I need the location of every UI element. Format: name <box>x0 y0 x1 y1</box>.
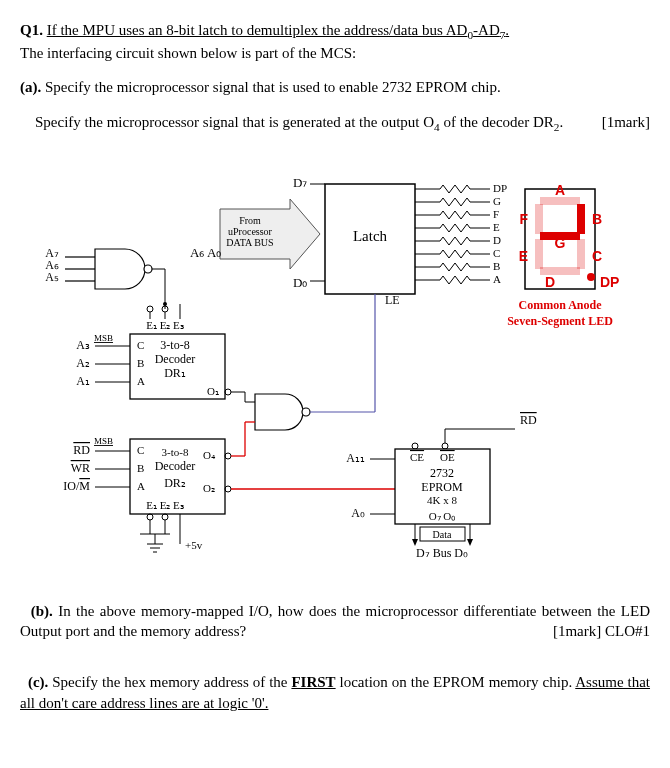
circuit-diagram: From uProcessor DATA BUS Latch LE D₇ D₀ … <box>35 149 635 583</box>
svg-text:DR₁: DR₁ <box>164 366 186 380</box>
svg-text:G: G <box>555 235 566 251</box>
svg-text:4K x 8: 4K x 8 <box>427 494 457 506</box>
svg-text:O₄: O₄ <box>203 449 216 461</box>
svg-text:3-to-8: 3-to-8 <box>160 338 189 352</box>
svg-text:F: F <box>519 211 528 227</box>
svg-text:WR: WR <box>71 461 90 475</box>
svg-text:2732: 2732 <box>430 466 454 480</box>
svg-text:MSB: MSB <box>94 333 113 343</box>
svg-text:A₅: A₅ <box>45 270 59 284</box>
svg-text:B: B <box>137 462 144 474</box>
q1-line1: If the MPU uses an 8-bit latch to demult… <box>47 22 509 38</box>
svg-text:A: A <box>555 182 565 198</box>
svg-text:OE: OE <box>440 451 455 463</box>
svg-text:C: C <box>493 247 500 259</box>
part-a-2: Specify the microprocessor signal that i… <box>20 112 650 135</box>
svg-text:O₂: O₂ <box>203 482 215 494</box>
svg-text:O₇   O₀: O₇ O₀ <box>429 510 457 522</box>
svg-text:IO/M: IO/M <box>63 479 90 493</box>
svg-text:A₁₁: A₁₁ <box>346 451 365 465</box>
d0-label: D₀ <box>293 275 307 290</box>
d7-label: D₇ <box>293 175 307 190</box>
nand-gate-1 <box>65 249 152 289</box>
part-b-marks: [1mark] CLO#1 <box>553 621 650 641</box>
svg-point-40 <box>587 273 595 281</box>
svg-text:E₁ E₂ E₃: E₁ E₂ E₃ <box>146 319 184 331</box>
svg-text:A₂: A₂ <box>76 356 90 370</box>
svg-point-107 <box>147 514 153 520</box>
svg-point-82 <box>302 408 310 416</box>
svg-point-74 <box>225 389 231 395</box>
svg-text:A: A <box>493 273 501 285</box>
latch-block: Latch LE <box>325 184 415 307</box>
svg-text:EPROM: EPROM <box>421 480 463 494</box>
svg-text:uProcessor: uProcessor <box>228 226 273 237</box>
svg-point-127 <box>442 443 448 449</box>
svg-text:F: F <box>493 208 499 220</box>
svg-text:A: A <box>137 480 145 492</box>
seg-pin-labels: DP G F E D C B A <box>493 182 507 285</box>
svg-point-59 <box>163 302 167 306</box>
svg-text:B: B <box>493 260 500 272</box>
part-a-label: (a). <box>20 79 41 95</box>
svg-text:E₁ E₂ E₃: E₁ E₂ E₃ <box>146 499 184 511</box>
svg-text:C: C <box>137 444 144 456</box>
first-word: FIRST <box>291 674 335 690</box>
resistor-bank <box>415 185 490 284</box>
seven-seg-display: A F B G E C D DP <box>519 182 620 290</box>
seven-seg-label: Seven-Segment LED <box>507 314 613 328</box>
svg-text:Decoder: Decoder <box>155 352 196 366</box>
svg-text:E: E <box>493 221 500 233</box>
common-anode-label: Common Anode <box>518 298 602 312</box>
svg-text:From: From <box>239 215 261 226</box>
svg-text:RD: RD <box>520 413 537 427</box>
svg-text:C: C <box>592 248 602 264</box>
svg-text:B: B <box>137 357 144 369</box>
q1-line2: The interfacing circuit shown below is p… <box>20 45 356 61</box>
part-c: (c). Specify the hex memory address of t… <box>20 672 650 713</box>
svg-text:D₇ Bus D₀: D₇ Bus D₀ <box>416 546 468 560</box>
svg-text:DP: DP <box>493 182 507 194</box>
part-c-label: (c). <box>28 674 48 690</box>
svg-point-98 <box>225 486 231 492</box>
svg-point-108 <box>162 514 168 520</box>
svg-text:3-to-8: 3-to-8 <box>162 446 189 458</box>
svg-text:RD: RD <box>73 443 90 457</box>
svg-text:A₀: A₀ <box>351 506 365 520</box>
svg-rect-36 <box>535 204 543 234</box>
svg-rect-38 <box>535 239 543 269</box>
svg-text:+5v: +5v <box>185 539 203 551</box>
svg-rect-37 <box>577 204 585 234</box>
svg-text:A₆ A₀: A₆ A₀ <box>190 245 221 260</box>
svg-rect-39 <box>577 239 585 269</box>
q1-header: Q1. If the MPU uses an 8-bit latch to de… <box>20 20 650 63</box>
svg-text:MSB: MSB <box>94 436 113 446</box>
svg-point-60 <box>147 306 153 312</box>
svg-text:B: B <box>592 211 602 227</box>
svg-point-49 <box>144 265 152 273</box>
svg-text:Decoder: Decoder <box>155 459 196 473</box>
part-a-text1: Specify the microprocessor signal that i… <box>45 79 501 95</box>
svg-text:G: G <box>493 195 501 207</box>
svg-text:LE: LE <box>385 293 400 307</box>
svg-rect-33 <box>540 197 580 205</box>
uprocessor-arrow: From uProcessor DATA BUS <box>220 199 320 269</box>
svg-text:D: D <box>545 274 555 290</box>
part-b: (b). In the above memory-mapped I/O, how… <box>20 601 650 642</box>
svg-text:Latch: Latch <box>353 228 388 244</box>
svg-marker-142 <box>467 539 473 546</box>
nand-gate-2 <box>255 394 310 430</box>
svg-marker-141 <box>412 539 418 546</box>
svg-text:O₁: O₁ <box>207 385 219 397</box>
svg-text:D: D <box>493 234 501 246</box>
eprom-block: CE OE 2732 EPROM 4K x 8 O₇ O₀ <box>395 449 490 524</box>
svg-text:E: E <box>519 248 528 264</box>
q1-label: Q1. <box>20 22 43 38</box>
svg-text:A: A <box>137 375 145 387</box>
svg-text:DATA BUS: DATA BUS <box>226 237 273 248</box>
svg-point-123 <box>412 443 418 449</box>
svg-text:A₁: A₁ <box>76 374 90 388</box>
svg-point-96 <box>225 453 231 459</box>
part-a-marks: [1mark] <box>602 112 650 132</box>
svg-text:DP: DP <box>600 274 619 290</box>
